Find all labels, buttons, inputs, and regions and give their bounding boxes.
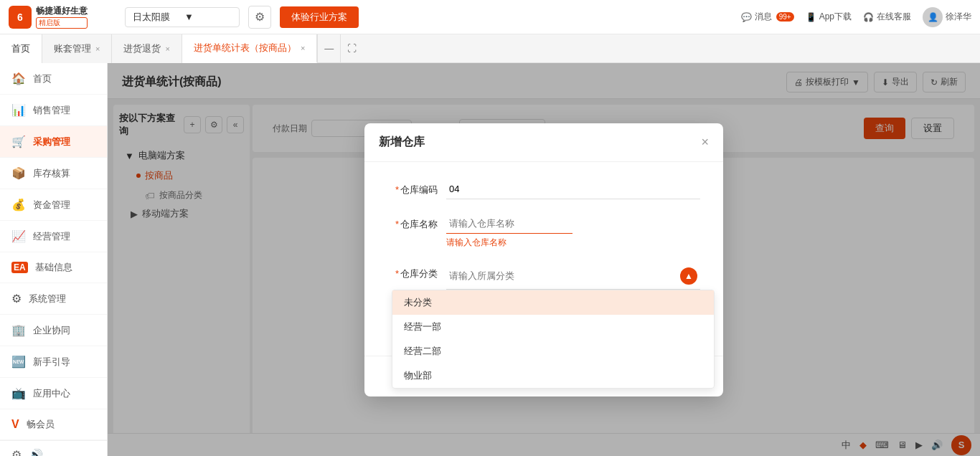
sidebar-guide-label: 新手引导 xyxy=(33,356,70,369)
sidebar-app-center-label: 应用中心 xyxy=(33,387,70,400)
purchase-stats-tab-label: 进货单统计表（按商品） xyxy=(194,42,296,54)
warehouse-code-input-wrapper xyxy=(446,179,700,199)
app-logo-icon: 6 xyxy=(9,6,32,29)
user-menu-button[interactable]: 👤 徐泽华 xyxy=(923,7,971,27)
sidebar-item-vip[interactable]: V 畅会员 xyxy=(0,409,107,440)
sidebar-item-system[interactable]: ⚙ 系统管理 xyxy=(0,283,107,315)
dropdown-item-dept1[interactable]: 经营一部 xyxy=(392,315,714,339)
header-right: 💬 消息 99+ 📱 App下载 🎧 在线客服 👤 徐泽华 xyxy=(741,7,971,27)
modal-overlay: 新增仓库 × * 仓库编码 xyxy=(108,63,980,456)
tab-accounts[interactable]: 账套管理 × xyxy=(42,34,112,63)
store-name: 日太阳膜 xyxy=(133,11,180,24)
store-chevron-icon: ▼ xyxy=(184,11,232,22)
warehouse-name-row: * 仓库名称 xyxy=(387,214,573,234)
tab-expand-button[interactable]: ⛶ xyxy=(340,34,363,63)
inventory-icon: 📦 xyxy=(11,166,26,180)
messages-label: 消息 xyxy=(755,11,772,23)
tab-minimize-button[interactable]: — xyxy=(317,34,340,63)
sidebar-item-enterprise[interactable]: 🏢 企业协同 xyxy=(0,315,107,346)
system-icon: ⚙ xyxy=(11,292,22,305)
home-tab-label: 首页 xyxy=(11,42,30,55)
name-error-message: 请输入仓库名称 xyxy=(446,237,507,247)
category-label-text: 仓库分类 xyxy=(400,267,438,280)
gear-icon: ⚙ xyxy=(255,10,265,24)
dropdown-item-property[interactable]: 物业部 xyxy=(392,364,714,388)
brand-badge: 精启版 xyxy=(36,17,88,29)
sidebar-enterprise-label: 企业协同 xyxy=(33,324,70,337)
dropdown-item-uncategorized[interactable]: 未分类 xyxy=(392,290,714,315)
name-error-area: 请输入仓库名称 xyxy=(387,237,507,249)
tab-bar: 首页 账套管理 × 进货退货 × 进货单统计表（按商品） × — ⛶ xyxy=(0,34,980,63)
sidebar-item-operations[interactable]: 📈 经营管理 xyxy=(0,221,107,252)
sidebar: 🏠 首页 📊 销售管理 🛒 采购管理 📦 库存核算 💰 资金管理 📈 经营管理 … xyxy=(0,63,108,456)
app-download-button[interactable]: 📱 App下载 xyxy=(806,11,852,23)
name-label-text: 仓库名称 xyxy=(400,218,438,231)
sidebar-item-base-info[interactable]: EA 基础信息 xyxy=(0,252,107,283)
code-label-text: 仓库编码 xyxy=(400,184,438,196)
sidebar-volume-icon[interactable]: 🔊 xyxy=(29,448,43,456)
trial-button[interactable]: 体验行业方案 xyxy=(280,6,359,28)
sidebar-home-label: 首页 xyxy=(33,72,52,85)
tab-purchase-stats[interactable]: 进货单统计表（按商品） × xyxy=(182,34,317,63)
brand-name: 畅捷通好生意 xyxy=(36,5,88,17)
warehouse-name-input[interactable] xyxy=(446,214,573,234)
modal-header: 新增仓库 × xyxy=(364,123,723,162)
enterprise-icon: 🏢 xyxy=(11,323,26,337)
guide-icon: 🆕 xyxy=(11,355,26,369)
warehouse-name-field: * 仓库名称 请输入仓库名称 xyxy=(387,214,700,249)
sidebar-item-inventory[interactable]: 📦 库存核算 xyxy=(0,158,107,189)
headset-icon: 🎧 xyxy=(863,12,874,22)
online-service-button[interactable]: 🎧 在线客服 xyxy=(863,11,911,23)
store-selector[interactable]: 日太阳膜 ▼ xyxy=(125,7,240,27)
sidebar-item-app-center[interactable]: 📺 应用中心 xyxy=(0,378,107,409)
sidebar-item-guide[interactable]: 🆕 新手引导 xyxy=(0,346,107,378)
warehouse-category-dropdown: ▲ 未分类 经营一部 经营二部 物业部 xyxy=(446,263,700,290)
messages-badge: 99+ xyxy=(776,12,794,22)
app-download-label: App下载 xyxy=(819,11,852,23)
sidebar-sales-label: 销售管理 xyxy=(33,104,70,117)
sidebar-base-info-label: 基础信息 xyxy=(35,261,72,274)
sidebar-item-finance[interactable]: 💰 资金管理 xyxy=(0,189,107,221)
purchase-returns-tab-label: 进货退货 xyxy=(123,42,161,55)
category-dropdown-list: 未分类 经营一部 经营二部 物业部 xyxy=(392,290,715,389)
dropdown-item-dept2[interactable]: 经营二部 xyxy=(392,339,714,364)
tab-home[interactable]: 首页 xyxy=(0,34,42,63)
vip-icon: V xyxy=(11,418,19,431)
sidebar-item-sales[interactable]: 📊 销售管理 xyxy=(0,95,107,126)
sidebar-item-purchase[interactable]: 🛒 采购管理 xyxy=(0,126,107,158)
purchase-stats-tab-close-icon[interactable]: × xyxy=(301,44,305,52)
modal-body: * 仓库编码 * 仓库名称 xyxy=(364,162,723,356)
warehouse-name-input-wrapper xyxy=(446,214,573,234)
sidebar-inventory-label: 库存核算 xyxy=(33,167,70,180)
category-dropdown-toggle[interactable]: ▲ xyxy=(680,267,697,285)
user-avatar: 👤 xyxy=(923,7,943,27)
home-icon: 🏠 xyxy=(11,72,26,85)
sidebar-operations-label: 经营管理 xyxy=(33,230,70,243)
warehouse-code-label: * 仓库编码 xyxy=(387,179,438,196)
online-service-label: 在线客服 xyxy=(877,11,911,23)
modal-close-button[interactable]: × xyxy=(701,135,709,150)
sidebar-purchase-label: 采购管理 xyxy=(33,136,70,148)
tab-bar-right: — ⛶ xyxy=(317,34,363,63)
finance-icon: 💰 xyxy=(11,198,26,212)
accounts-tab-close-icon[interactable]: × xyxy=(95,44,100,53)
operations-icon: 📈 xyxy=(11,229,26,243)
sidebar-settings-icon[interactable]: ⚙ xyxy=(11,448,22,456)
sidebar-finance-label: 资金管理 xyxy=(33,199,70,212)
add-warehouse-modal: 新增仓库 × * 仓库编码 xyxy=(364,123,723,396)
purchase-returns-tab-close-icon[interactable]: × xyxy=(165,44,169,53)
brand-info: 畅捷通好生意 精启版 xyxy=(36,5,88,29)
warehouse-category-field: * 仓库分类 ▲ 未分类 经营一部 经营二部 xyxy=(387,263,700,290)
tab-purchase-returns[interactable]: 进货退货 × xyxy=(112,34,182,63)
sidebar-item-home[interactable]: 🏠 首页 xyxy=(0,63,107,95)
warehouse-category-input[interactable] xyxy=(449,270,680,281)
warehouse-code-input[interactable] xyxy=(446,179,700,199)
settings-gear-button[interactable]: ⚙ xyxy=(248,6,271,29)
accounts-tab-label: 账套管理 xyxy=(54,42,91,55)
main-layout: 🏠 首页 📊 销售管理 🛒 采购管理 📦 库存核算 💰 资金管理 📈 经营管理 … xyxy=(0,63,980,456)
avatar-icon: 👤 xyxy=(928,12,938,22)
username-label: 徐泽华 xyxy=(946,11,971,23)
messages-button[interactable]: 💬 消息 99+ xyxy=(741,11,794,23)
warehouse-category-label: * 仓库分类 xyxy=(387,263,438,280)
warehouse-code-field: * 仓库编码 xyxy=(387,179,700,199)
